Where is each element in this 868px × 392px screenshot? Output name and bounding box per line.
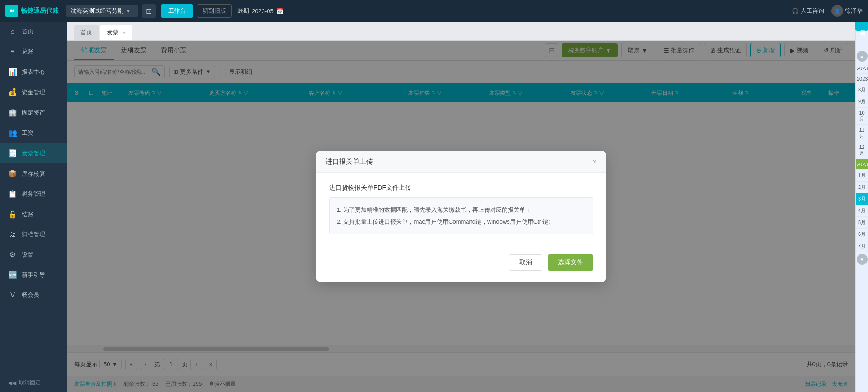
period-item-5[interactable]: 11月 [856, 125, 868, 142]
cancel-button[interactable]: 取消 [509, 254, 542, 271]
sidebar-label-home: 首页 [22, 28, 33, 36]
sidebar-item-vip[interactable]: V 畅会员 [0, 285, 67, 305]
sidebar-item-payroll[interactable]: 👥 工资 [0, 123, 67, 143]
dialog-info-item-2: 2. 支持批量上传进口报关单，mac用户使用Command键，windows用户… [337, 216, 585, 228]
logo-icon: ≋ [5, 5, 18, 17]
period-item-14[interactable]: 7月 [856, 240, 868, 252]
guide-icon: 🆕 [8, 271, 17, 279]
period-select-tab[interactable]: 期间选择 [855, 22, 868, 31]
company-name: 沈海英测试经营劳剧 [71, 7, 123, 15]
dialog-header: 进口报关单上传 × [316, 151, 606, 173]
sidebar-item-invoice[interactable]: 🧾 发票管理 [0, 143, 67, 163]
app-name: 畅捷通易代账 [21, 7, 59, 15]
reports-icon: 📊 [8, 67, 17, 76]
period-item-0[interactable]: 2023.03 [856, 63, 868, 74]
sidebar-label-reports: 报表中心 [22, 68, 45, 76]
sidebar-label-guide: 新手引导 [22, 271, 45, 279]
period-item-4[interactable]: 10月 [856, 108, 868, 125]
sidebar-item-fixed-assets[interactable]: 🏢 固定资产 [0, 102, 67, 123]
sidebar-label-settings: 设置 [22, 251, 33, 259]
sidebar-item-settings[interactable]: ⚙ 设置 [0, 244, 67, 265]
period-item-3[interactable]: 9月 [856, 96, 868, 108]
sidebar-label-invoice: 发票管理 [22, 149, 45, 158]
sidebar-label-archive: 归档管理 [22, 230, 45, 239]
tax-icon: 📋 [8, 190, 17, 198]
period-item-10[interactable]: 3月 [856, 193, 868, 205]
company-selector[interactable]: 沈海英测试经营劳剧 ▼ [66, 5, 138, 17]
dialog-footer: 取消 选择文件 [316, 254, 606, 282]
sidebar-label-inventory: 库存核算 [22, 170, 45, 178]
chevron-down-icon: ▼ [126, 9, 131, 14]
home-icon: ⌂ [8, 28, 17, 36]
period-item-2[interactable]: 8月 [856, 84, 868, 96]
sidebar-item-close[interactable]: 🔒 结账 [0, 204, 67, 225]
tab-invoice-label: 发票 [107, 29, 118, 36]
sidebar-label-fixed-assets: 固定资产 [22, 109, 45, 117]
close-period-icon: 🔒 [8, 210, 17, 219]
sidebar-item-guide[interactable]: 🆕 新手引导 [0, 265, 67, 285]
dialog-info-item-1: 1. 为了更加精准的数据匹配，请先录入海关缴款书，再上传对应的报关单； [337, 204, 585, 216]
fixed-assets-icon: 🏢 [8, 108, 17, 117]
close-tab-icon[interactable]: × [123, 30, 126, 35]
sidebar-item-archive[interactable]: 🗂 归档管理 [0, 225, 67, 244]
sidebar-item-home[interactable]: ⌂ 首页 [0, 22, 67, 42]
tab-bar: 首页 发票 × [67, 22, 855, 41]
sidebar-label-vip: 畅会员 [22, 291, 39, 299]
sidebar-item-ledger[interactable]: ≡ 总账 [0, 42, 67, 62]
dialog-close-button[interactable]: × [593, 158, 597, 166]
right-panel: 期间选择 ▲ 2023.03 2023.03 8月 9月 10月 11月 12月… [855, 22, 868, 392]
ledger-icon: ≡ [8, 48, 17, 56]
period-item-1[interactable]: 2023.03 [856, 74, 868, 84]
sidebar-label-payroll: 工资 [22, 129, 33, 137]
period-item-12[interactable]: 5月 [856, 217, 868, 229]
modal-overlay[interactable]: 进口报关单上传 × 进口货物报关单PDF文件上传 1. 为了更加精准的数据匹配，… [67, 41, 855, 392]
sidebar-label-ledger: 总账 [22, 48, 33, 56]
settings-icon: ⚙ [8, 250, 17, 259]
app-logo: ≋ 畅捷通易代账 [5, 5, 59, 17]
dialog-info-box: 1. 为了更加精准的数据匹配，请先录入海关缴款书，再上传对应的报关单； 2. 支… [329, 197, 593, 234]
tab-invoice[interactable]: 发票 × [100, 25, 132, 40]
capital-icon: 💰 [8, 88, 17, 96]
switch-version-button[interactable]: 切到旧版 [197, 4, 232, 18]
collapse-down-btn[interactable]: ▼ [857, 254, 868, 265]
page-content: 销项发票 进项发票 费用小票 ⊞ 税务数字账户 ▼ 取票 ▼ [67, 41, 855, 392]
tab-home[interactable]: 首页 [74, 25, 99, 40]
period-item-6[interactable]: 12月 [856, 142, 868, 159]
import-dialog: 进口报关单上传 × 进口货物报关单PDF文件上传 1. 为了更加精准的数据匹配，… [316, 151, 606, 282]
topbar: ≋ 畅捷通易代账 沈海英测试经营劳剧 ▼ ⊡ 工作台 切到旧版 账期 2023-… [0, 0, 868, 22]
dialog-title: 进口报关单上传 [326, 158, 373, 166]
support-link[interactable]: 🎧 人工咨询 [792, 7, 824, 15]
period-item-13[interactable]: 6月 [856, 229, 868, 240]
collapse-icon: ◀◀ [8, 380, 16, 386]
select-file-button[interactable]: 选择文件 [548, 254, 593, 271]
content-area: 首页 发票 × 销项发票 进项发票 费用小票 ⊞ [67, 22, 855, 392]
collapse-up-btn[interactable]: ▲ [857, 51, 868, 62]
period-label: 账期 [237, 7, 249, 15]
support-label: 人工咨询 [801, 7, 824, 15]
period-item-9[interactable]: 2月 [856, 182, 868, 193]
invoice-icon: 🧾 [8, 149, 17, 158]
period-list: ▲ 2023.03 2023.03 8月 9月 10月 11月 12月 2023… [856, 49, 868, 267]
calendar-icon[interactable]: 📅 [276, 8, 283, 14]
avatar: 👤 [831, 5, 843, 17]
tab-home-label: 首页 [80, 29, 92, 36]
dialog-body: 进口货物报关单PDF文件上传 1. 为了更加精准的数据匹配，请先录入海关缴款书，… [316, 173, 606, 254]
period-item-8[interactable]: 1月 [856, 170, 868, 182]
sidebar-bottom-label: 取消固定 [19, 379, 41, 387]
sidebar-item-tax[interactable]: 📋 税务管理 [0, 184, 67, 204]
user-menu[interactable]: 👤 徐泽华 [831, 5, 863, 17]
workspace-button[interactable]: 工作台 [161, 4, 193, 18]
sidebar-item-reports[interactable]: 📊 报表中心 [0, 62, 67, 82]
sidebar-item-inventory[interactable]: 📦 库存核算 [0, 163, 67, 184]
sidebar-collapse-btn[interactable]: ◀◀ 取消固定 [0, 373, 67, 392]
print-icon[interactable]: ⊡ [142, 4, 156, 18]
period-item-11[interactable]: 4月 [856, 205, 868, 217]
vip-icon: V [8, 291, 17, 299]
payroll-icon: 👥 [8, 129, 17, 137]
period-value: 2023-05 [252, 8, 274, 14]
period-item-7[interactable]: 2023 [856, 159, 868, 170]
sidebar-label-capital: 资金管理 [22, 88, 45, 96]
archive-icon: 🗂 [8, 230, 17, 239]
sidebar-item-capital[interactable]: 💰 资金管理 [0, 82, 67, 102]
sidebar-label-tax: 税务管理 [22, 190, 45, 198]
